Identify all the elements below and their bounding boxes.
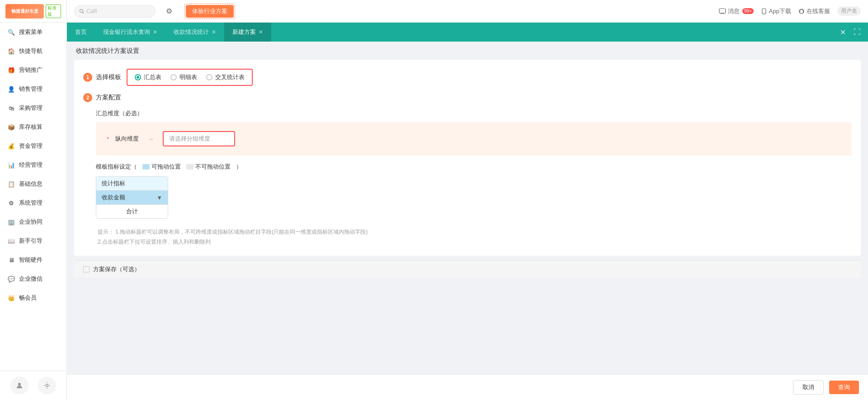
- metrics-config: 模板指标设定（ 可拖动位置 不可拖动位置 ）: [96, 163, 852, 220]
- sidebar-item-label: 搜索菜单: [19, 28, 42, 36]
- radio-summary-circle: [135, 74, 141, 80]
- legend-fixed-box: [186, 164, 193, 169]
- radio-summary[interactable]: 汇总表: [135, 73, 161, 81]
- metrics-cell-amount[interactable]: 收款金额 ▼: [96, 190, 168, 204]
- box-icon: 📦: [7, 123, 15, 131]
- tab-new-plan[interactable]: 新建方案 ✕: [224, 23, 271, 42]
- tab-new-plan-close[interactable]: ✕: [259, 29, 263, 35]
- svg-point-2: [80, 9, 83, 12]
- step1-label: 选择模板: [96, 73, 121, 81]
- topbar-search[interactable]: CaR: [74, 5, 156, 18]
- tab-collection-close[interactable]: ✕: [212, 29, 216, 35]
- sidebar-item-system[interactable]: ⚙ 系统管理: [0, 193, 66, 212]
- dim-select[interactable]: 请选择分组维度: [163, 131, 235, 146]
- tips-section: 提示： 1.拖动标题栏可以调整布局，不可跨维度或指标区域拖动栏目字段(只能在同一…: [96, 227, 852, 247]
- message-btn[interactable]: 消息 99+: [719, 7, 754, 15]
- tip-1: 提示： 1.拖动标题栏可以调整布局，不可跨维度或指标区域拖动栏目字段(只能在同一…: [96, 227, 852, 237]
- sidebar-item-wechat[interactable]: 💬 企业微信: [0, 269, 66, 288]
- service-btn[interactable]: 在线客服: [798, 7, 830, 15]
- svg-point-6: [764, 13, 764, 14]
- metrics-group-header: 统计指标: [96, 177, 168, 190]
- radio-detail-label: 明细表: [179, 73, 197, 81]
- sidebar-bottom-btn1[interactable]: [10, 376, 28, 395]
- person-icon: [16, 382, 23, 389]
- sidebar-item-operation[interactable]: 📊 经营管理: [0, 155, 66, 174]
- sidebar-item-purchase[interactable]: 🛍 采购管理: [0, 99, 66, 118]
- sidebar-item-guide[interactable]: 📖 新手引导: [0, 231, 66, 250]
- sidebar-logo: 畅捷通好生意 标准版: [0, 0, 66, 23]
- legend-fixed-label: 不可拖动位置: [195, 163, 231, 171]
- dim-row-label: 纵向维度: [115, 135, 139, 143]
- phone-icon: [761, 8, 767, 14]
- metrics-table: 统计指标 收款金额 ▼ 合计: [96, 176, 168, 219]
- sidebar-item-capital[interactable]: 💰 资金管理: [0, 136, 66, 155]
- sidebar-item-label: 资金管理: [19, 142, 42, 150]
- sidebar-item-label: 系统管理: [19, 199, 42, 207]
- tab-home[interactable]: 首页: [67, 23, 95, 42]
- gear-icon: ⚙: [7, 199, 15, 207]
- dim-arrow: →: [148, 136, 154, 142]
- industry-btn[interactable]: 体验行业方案: [186, 5, 234, 18]
- tab-cashflow-close[interactable]: ✕: [153, 29, 157, 35]
- legend-draggable-box: [142, 164, 150, 169]
- tab-fullscreen[interactable]: ⛶: [852, 27, 863, 38]
- main-area: CaR ⚙ 体验行业方案 消息 99+ App下载 在线客服 用户名 首页: [67, 0, 868, 400]
- tab-collection[interactable]: 收款情况统计 ✕: [165, 23, 224, 42]
- app-label: App下载: [769, 7, 791, 15]
- sidebar-item-label: 畅会员: [19, 294, 37, 302]
- svg-rect-9: [803, 11, 804, 13]
- cancel-button[interactable]: 取消: [793, 380, 824, 395]
- nav-tabs: 首页 现金银行流水查询 ✕ 收款情况统计 ✕ 新建方案 ✕ ✕ ⛶: [67, 23, 868, 42]
- metrics-cell-dropdown-icon[interactable]: ▼: [156, 194, 162, 201]
- search-icon: [79, 9, 85, 14]
- sidebar-item-member[interactable]: 👑 畅会员: [0, 288, 66, 307]
- radio-cross[interactable]: 交叉统计表: [206, 73, 245, 81]
- sidebar-item-hardware[interactable]: 🖥 智能硬件: [0, 250, 66, 269]
- service-label: 在线客服: [807, 7, 830, 15]
- legend-draggable-label: 可拖动位置: [151, 163, 181, 171]
- radio-detail[interactable]: 明细表: [170, 73, 197, 81]
- radio-summary-dot: [137, 76, 139, 79]
- sidebar-item-basic-info[interactable]: 📋 基础信息: [0, 174, 66, 193]
- step1-header: 1 选择模板 汇总表 明细表 交叉统计表: [83, 69, 852, 86]
- dimension-area: * 纵向维度 → 请选择分组维度: [96, 122, 852, 155]
- metrics-title: 模板指标设定（: [96, 163, 137, 171]
- gift-icon: 🎁: [7, 66, 15, 74]
- nav-tabs-actions: ✕ ⛶: [837, 27, 868, 38]
- app-download-btn[interactable]: App下载: [761, 7, 791, 15]
- crown-icon: 👑: [7, 294, 15, 302]
- sidebar-item-label: 营销推广: [19, 66, 42, 74]
- sidebar-item-search-menu[interactable]: 🔍 搜索菜单: [0, 23, 66, 42]
- save-checkbox[interactable]: [83, 266, 90, 273]
- clipboard-icon: 📋: [7, 180, 15, 188]
- search-menu-icon: 🔍: [7, 28, 15, 36]
- sidebar-item-label: 快捷导航: [19, 47, 42, 55]
- step1-section: 1 选择模板 汇总表 明细表 交叉统计表: [83, 69, 852, 86]
- svg-rect-4: [719, 9, 726, 13]
- metrics-total: 合计: [96, 204, 168, 218]
- sidebar-item-inventory[interactable]: 📦 库存核算: [0, 118, 66, 136]
- settings-button[interactable]: ⚙: [163, 5, 175, 18]
- sidebar-item-marketing[interactable]: 🎁 营销推广: [0, 61, 66, 80]
- sidebar-item-enterprise[interactable]: 🏢 企业协同: [0, 212, 66, 231]
- sidebar: 畅捷通好生意 标准版 🔍 搜索菜单 🏠 快捷导航 🎁 营销推广 👤 销售管理 🛍…: [0, 0, 67, 400]
- sidebar-item-quick-nav[interactable]: 🏠 快捷导航: [0, 42, 66, 61]
- tab-close-all[interactable]: ✕: [837, 27, 848, 38]
- template-radio-group: 汇总表 明细表 交叉统计表: [127, 69, 253, 86]
- svg-rect-8: [799, 11, 800, 13]
- sidebar-item-label: 基础信息: [19, 180, 42, 188]
- sidebar-bottom-btn2[interactable]: [38, 376, 56, 395]
- tab-cashflow[interactable]: 现金银行流水查询 ✕: [95, 23, 165, 42]
- main-card: 1 选择模板 汇总表 明细表 交叉统计表: [74, 60, 861, 256]
- sidebar-item-label: 经营管理: [19, 161, 42, 169]
- save-label: 方案保存（可选）: [93, 265, 140, 273]
- svg-point-0: [18, 383, 21, 386]
- svg-point-1: [46, 385, 48, 387]
- dim-placeholder: 请选择分组维度: [169, 135, 210, 142]
- query-button[interactable]: 查询: [829, 381, 859, 394]
- legend-draggable: 可拖动位置: [142, 163, 181, 171]
- dim-required-star: *: [107, 136, 109, 142]
- sidebar-item-sales[interactable]: 👤 销售管理: [0, 80, 66, 99]
- topbar: CaR ⚙ 体验行业方案 消息 99+ App下载 在线客服 用户名: [67, 0, 868, 23]
- step2-badge: 2: [83, 93, 92, 102]
